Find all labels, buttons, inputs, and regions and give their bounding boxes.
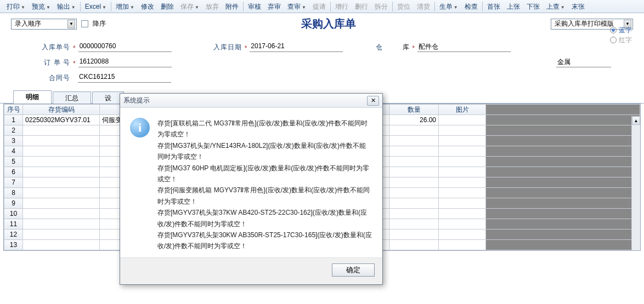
cell-qty[interactable] <box>389 167 439 177</box>
radio-red[interactable] <box>610 37 617 43</box>
cell-code[interactable] <box>23 209 100 219</box>
row-seq: 11 <box>4 219 23 230</box>
tb-addrow: 增行 <box>332 1 352 13</box>
tb-preview[interactable]: 预览▼ <box>29 1 54 13</box>
col-img[interactable]: 图片 <box>439 105 486 115</box>
tb-add[interactable]: 增加▼ <box>112 1 138 13</box>
cell-img[interactable] <box>439 157 486 167</box>
page-title: 采购入库单 <box>110 16 546 31</box>
ord-no-field[interactable]: 16120088 <box>78 58 172 67</box>
cell-code[interactable] <box>23 177 100 188</box>
info-icon: i <box>130 118 150 137</box>
tab-detail[interactable]: 明细 <box>13 90 52 104</box>
tb-prev[interactable]: 上张 <box>504 1 523 13</box>
cell-code[interactable] <box>23 188 100 198</box>
tb-abandon: 放弃 <box>202 1 222 13</box>
cell-img[interactable] <box>439 188 486 198</box>
cell-qty[interactable] <box>389 230 439 240</box>
cell-code[interactable] <box>23 167 100 177</box>
cell-img[interactable] <box>439 209 486 219</box>
tb-up[interactable]: 上查▼ <box>543 1 568 13</box>
tb-inspect[interactable]: 查审▼ <box>284 1 309 13</box>
tab-summary[interactable]: 汇总 <box>53 91 91 104</box>
cell-qty[interactable]: 26.00 <box>389 115 439 125</box>
tb-gen[interactable]: 生单▼ <box>436 1 461 13</box>
cell-qty[interactable] <box>389 146 439 157</box>
cell-qty[interactable] <box>389 198 439 209</box>
cell-code[interactable] <box>23 157 100 167</box>
scroll-up-icon[interactable]: ▲ <box>632 116 640 125</box>
cell-qty[interactable] <box>389 157 439 167</box>
tb-print[interactable]: 打印▼ <box>3 1 29 13</box>
in-date-field[interactable]: 2017-06-21 <box>250 42 343 52</box>
desc-checkbox[interactable] <box>81 20 88 27</box>
cell-code[interactable] <box>23 136 100 146</box>
color-radio-group: 蓝字 红字 <box>610 25 632 45</box>
tb-attach[interactable]: 附件 <box>222 1 242 13</box>
tb-modify[interactable]: 修改 <box>138 1 157 13</box>
cell-qty[interactable] <box>389 209 439 219</box>
cell-code[interactable] <box>23 240 100 250</box>
cell-code[interactable] <box>23 146 100 157</box>
entry-order-combo[interactable]: 录入顺序 ▼ <box>11 19 77 30</box>
cell-img[interactable] <box>439 146 486 157</box>
tb-check[interactable]: 检查 <box>461 1 481 13</box>
cell-img[interactable] <box>439 115 486 125</box>
col-seq[interactable]: 序号 <box>4 105 23 115</box>
vertical-scrollbar[interactable]: ▲ <box>631 116 640 250</box>
radio-blue[interactable] <box>610 27 617 33</box>
cell-qty[interactable] <box>389 125 439 136</box>
col-imgarea <box>486 105 640 115</box>
tb-delrow: 删行 <box>352 1 371 13</box>
cell-img[interactable] <box>439 125 486 136</box>
cell-code[interactable]: 02250302MGYV37.01 <box>23 115 100 125</box>
tb-discard[interactable]: 弃审 <box>264 1 284 13</box>
cell-img[interactable] <box>439 167 486 177</box>
dialog-title: 系统提示 <box>123 96 150 105</box>
cell-img[interactable] <box>439 240 486 250</box>
required-star: * <box>245 44 247 52</box>
contract-label: 合同号 <box>33 73 70 83</box>
cell-qty[interactable] <box>389 240 439 250</box>
row-seq: 5 <box>4 157 23 167</box>
sub-toolbar: 录入顺序 ▼ 降序 采购入库单 采购入库单打印模版 ▼ <box>0 13 644 35</box>
close-icon[interactable]: ✕ <box>367 96 379 106</box>
ok-button[interactable]: 确定 <box>332 263 375 277</box>
ord-no-label: 订 单 号 <box>33 58 70 67</box>
cell-code[interactable] <box>23 219 100 230</box>
main-toolbar: 打印▼ 预览▼ 输出▼ Excel▼ 增加▼ 修改 删除 保存▼ 放弃 附件 审… <box>0 0 644 13</box>
required-star: * <box>412 44 415 52</box>
tb-excel[interactable]: Excel▼ <box>82 1 110 13</box>
tb-first[interactable]: 首张 <box>484 1 504 13</box>
cell-img[interactable] <box>439 198 486 209</box>
row-seq: 10 <box>4 209 23 219</box>
row-seq: 2 <box>4 125 23 136</box>
cell-qty[interactable] <box>389 136 439 146</box>
cell-img[interactable] <box>439 219 486 230</box>
metal-field[interactable]: 金属 <box>556 58 611 67</box>
cell-img[interactable] <box>439 136 486 146</box>
in-no-field[interactable]: 0000000760 <box>78 42 172 52</box>
cell-img[interactable] <box>439 177 486 188</box>
tb-next[interactable]: 下张 <box>523 1 543 13</box>
contract-field[interactable]: CKC161215 <box>78 73 171 83</box>
cell-code[interactable] <box>23 230 100 240</box>
cell-code[interactable] <box>23 198 100 209</box>
cell-imgarea <box>486 115 640 125</box>
col-code[interactable]: 存货编码 <box>23 105 100 115</box>
cell-qty[interactable] <box>389 219 439 230</box>
cell-code[interactable] <box>23 125 100 136</box>
cell-qty[interactable] <box>389 177 439 188</box>
dialog-message: 存货[直联机箱二代 MG37Ⅱ常用色](应收/发)数量和(应收/发)件数不能同时… <box>157 118 372 252</box>
col-qty[interactable]: 数量 <box>389 105 439 115</box>
tb-review[interactable]: 审核 <box>245 1 264 13</box>
cell-img[interactable] <box>439 230 486 240</box>
row-seq: 7 <box>4 177 23 188</box>
cell-qty[interactable] <box>389 188 439 198</box>
tb-delete[interactable]: 删除 <box>157 1 177 13</box>
tb-output[interactable]: 输出▼ <box>54 1 79 13</box>
store-field[interactable]: 配件仓 <box>417 42 511 52</box>
tb-last[interactable]: 末张 <box>568 1 588 13</box>
cell-imgarea <box>486 230 640 240</box>
cell-imgarea <box>486 136 640 146</box>
